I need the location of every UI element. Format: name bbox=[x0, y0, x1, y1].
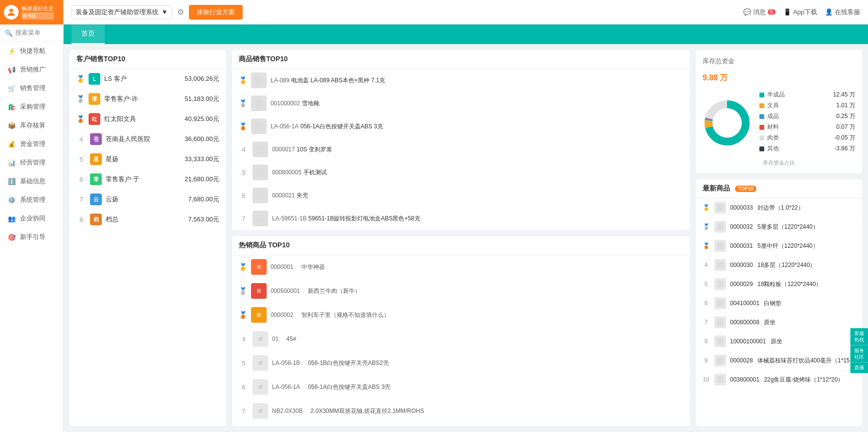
online-service-label: 在线客服 bbox=[835, 8, 860, 17]
float-hotline-btn[interactable]: 客服热线 bbox=[850, 328, 868, 345]
product-thumb bbox=[251, 72, 267, 88]
latest-product-item: 10 003800001 22g鱼豆腐-烧烤味（1*12*20） bbox=[696, 370, 862, 389]
sidebar-item-operations[interactable]: 📊 经营管理 bbox=[0, 153, 63, 172]
svg-point-13 bbox=[714, 110, 740, 136]
product-name: 夹壳 bbox=[297, 192, 308, 199]
main-area: 装备及固定资产辅助管理系统 ▼ ⚙ 体验行业方案 💬 消息 6 📱 App下载 … bbox=[64, 0, 868, 432]
latest-product-item: 9 0000028 体械荔枝味苏打饮品400毫升（1*15） bbox=[696, 351, 862, 370]
product-name: 智利车子里（规格不知道填什么） bbox=[301, 311, 683, 319]
product-name: 电池盖 LA-089 ABS本色+黑种 7.1克 bbox=[291, 77, 385, 84]
chart-icon: 📊 bbox=[7, 158, 16, 167]
sidebar-item-purchase[interactable]: 🛍️ 采购管理 bbox=[0, 97, 63, 116]
product-thumb bbox=[251, 96, 267, 111]
latest-code: 0000032 bbox=[730, 223, 753, 230]
product-thumb bbox=[252, 211, 268, 226]
tab-home[interactable]: 首页 bbox=[71, 24, 105, 44]
customer-avatar: 零 bbox=[89, 93, 100, 105]
product-name: 45# bbox=[286, 336, 683, 342]
sidebar-item-guide[interactable]: 🎯 新手引导 bbox=[0, 228, 63, 246]
product-name: 新西兰牛肉（新牛） bbox=[308, 287, 683, 295]
legend-dot bbox=[759, 93, 764, 97]
product-thumb: 图 bbox=[252, 379, 268, 395]
rank-item: 🥈 零 零售客户·许 51,183.00元 bbox=[69, 89, 226, 109]
online-service-item[interactable]: 👤 在线客服 bbox=[825, 8, 860, 17]
svg-rect-5 bbox=[256, 168, 264, 176]
latest-rank: 🥇 bbox=[702, 204, 710, 211]
search-menu[interactable]: 🔍 搜索菜单 bbox=[0, 24, 63, 42]
product-code: LA-056-1B bbox=[272, 360, 300, 366]
topbar-right: 💬 消息 6 📱 App下载 👤 在线客服 bbox=[743, 8, 860, 17]
product-info: 001000002 雪地靴 bbox=[271, 99, 683, 108]
sidebar-item-quick-nav[interactable]: ⚡ 快捷导航 bbox=[0, 42, 63, 60]
latest-name: 原坐 bbox=[764, 319, 776, 326]
sidebar-item-system[interactable]: ⚙️ 系统管理 bbox=[0, 191, 63, 209]
svg-rect-21 bbox=[717, 338, 724, 345]
content-area: 客户销售TOP10 🥇 L LS 客户 53,006.26元 🥈 零 零售客户·… bbox=[64, 44, 868, 432]
svg-rect-14 bbox=[717, 204, 724, 211]
product-rank-list: 🥇 LA-089 电池盖 LA-089 ABS本色+黑种 7.1克 🥈 0010… bbox=[232, 69, 690, 230]
rank-number: 6 bbox=[239, 192, 249, 199]
home-icon: ⚡ bbox=[7, 47, 16, 55]
legend-value: 0.07 万 bbox=[836, 123, 855, 131]
product-rank-item: 7 LA-59651-1B 59651-1B旋转投影灯电池盒ABS黑色+58克 bbox=[232, 207, 690, 230]
float-live-btn[interactable]: 直播 bbox=[850, 362, 868, 373]
svg-rect-2 bbox=[255, 99, 263, 107]
system-selector[interactable]: 装备及固定资产辅助管理系统 ▼ bbox=[71, 5, 172, 19]
app-download-item[interactable]: 📱 App下载 bbox=[783, 8, 817, 17]
product-code: 01 bbox=[272, 336, 278, 342]
product-rank-item: 5 000800005 手机测试 bbox=[232, 161, 690, 184]
sidebar-item-inventory[interactable]: 📦 库存核算 bbox=[0, 116, 63, 135]
rank-item: 4 苍 苍南县人民医院 36,600.00元 bbox=[69, 129, 226, 149]
latest-name: 18多层（1220*2440） bbox=[757, 262, 816, 268]
latest-code: 0000028 bbox=[730, 357, 753, 364]
product-thumb bbox=[252, 142, 268, 157]
trial-button[interactable]: 体验行业方案 bbox=[189, 5, 243, 20]
customer-value: 40,925.00元 bbox=[184, 115, 219, 123]
float-service: 客服热线 服务社区 直播 bbox=[850, 328, 868, 373]
megaphone-icon: 📢 bbox=[7, 65, 16, 74]
rank-item: 6 零 零售客户·于 21,680.00元 bbox=[69, 169, 226, 190]
product-name: 雪地靴 bbox=[302, 100, 320, 107]
notification-item[interactable]: 💬 消息 6 bbox=[743, 8, 776, 17]
bronze-medal-icon: 🥉 bbox=[76, 115, 85, 123]
service-icon: 👤 bbox=[825, 8, 833, 16]
svg-point-0 bbox=[9, 9, 13, 12]
customer-avatar: 苍 bbox=[90, 133, 102, 145]
settings-icon[interactable]: ⚙ bbox=[177, 7, 184, 17]
latest-product-item: 7 000800008 原坐 bbox=[696, 313, 862, 332]
svg-rect-19 bbox=[717, 300, 724, 307]
rank-number: 4 bbox=[239, 146, 249, 153]
inventory-subtitle: 库存资金占比 bbox=[703, 159, 855, 167]
latest-info: 0000033 封边带（1.0*22） bbox=[730, 204, 856, 212]
settings-icon: ⚙️ bbox=[7, 195, 16, 204]
latest-product-item: 🥇 0000033 封边带（1.0*22） bbox=[696, 198, 862, 217]
latest-product-item: 4 0000030 18多层（1220*2440） bbox=[696, 256, 862, 275]
silver-medal-icon: 🥈 bbox=[239, 287, 247, 295]
float-community-btn[interactable]: 服务社区 bbox=[850, 345, 868, 362]
money-icon: 💰 bbox=[7, 140, 16, 148]
legend-item: 材料 0.07 万 bbox=[759, 123, 855, 131]
product-rank-item: 🥈 001000002 雪地靴 bbox=[232, 92, 690, 115]
notification-icon: 💬 bbox=[743, 8, 751, 16]
product-rank-item: 6 0000021 夹壳 bbox=[232, 184, 690, 207]
latest-products-panel: 最新商品 TOP10 🥇 0000033 封边带（1.0*22） 🥈 00000… bbox=[696, 179, 862, 426]
sidebar-item-sales[interactable]: 🛒 销售管理 bbox=[0, 79, 63, 97]
svg-rect-7 bbox=[256, 215, 264, 222]
rank-number: 7 bbox=[239, 215, 249, 222]
latest-name: 体械荔枝味苏打饮品400毫升（1*15） bbox=[757, 357, 856, 364]
legend-label: 其他 bbox=[767, 144, 831, 153]
latest-info: 003800001 22g鱼豆腐-烧烤味（1*12*20） bbox=[730, 376, 856, 384]
sidebar-item-collab[interactable]: 👥 企业协同 bbox=[0, 209, 63, 228]
rank-item: 8 档 档总 7,563.00元 bbox=[69, 210, 226, 230]
rank-number: 6 bbox=[76, 176, 86, 183]
guide-icon: 🎯 bbox=[7, 233, 16, 241]
customer-name: 零售客户·许 bbox=[104, 95, 181, 103]
sidebar-item-finance[interactable]: 💰 资金管理 bbox=[0, 135, 63, 153]
latest-rank: 5 bbox=[702, 281, 710, 288]
legend-label: 文具 bbox=[767, 101, 833, 110]
sidebar-item-basics[interactable]: ℹ️ 基础信息 bbox=[0, 172, 63, 191]
product-code: LA-056-1A bbox=[271, 123, 298, 130]
sidebar-item-marketing[interactable]: 📢 营销推广 bbox=[0, 60, 63, 79]
latest-thumb bbox=[714, 355, 726, 366]
customer-avatar: 星 bbox=[90, 153, 102, 165]
